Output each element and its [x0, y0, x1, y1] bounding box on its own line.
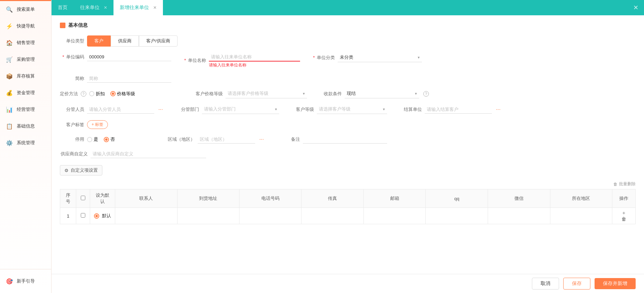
row-pricing: 定价方法 ? 折扣 价格等级 客户价格等级 请选择客户 [60, 89, 636, 98]
short-name-input[interactable] [87, 74, 171, 83]
cell-phone[interactable] [239, 208, 301, 224]
cell-region[interactable] [550, 208, 612, 224]
col-checkbox[interactable] [76, 189, 90, 208]
batch-delete-icon: 🗑 [613, 182, 618, 187]
address-input[interactable] [181, 213, 236, 219]
phone-input[interactable] [243, 213, 298, 219]
unit-name-input[interactable] [209, 53, 300, 62]
cell-wechat[interactable] [488, 208, 550, 224]
tab-home[interactable]: 首页 [52, 0, 74, 15]
tab-partner-close[interactable]: ✕ [104, 5, 107, 10]
cell-qq[interactable] [426, 208, 488, 224]
wechat-input[interactable] [492, 213, 546, 219]
cell-default-radio[interactable]: 默认 [94, 213, 111, 219]
customer-price-level-select[interactable]: 请选择客户价格等级 ▾ [226, 89, 307, 98]
radio-disabled-yes[interactable]: 是 [87, 136, 98, 143]
type-btn-customer[interactable]: 客户 [87, 35, 111, 47]
sidebar-item-basic[interactable]: 📋 基础信息 [0, 118, 51, 135]
tab-new-partner-close[interactable]: ✕ [153, 5, 157, 10]
customer-tag-label: 客户标签 [60, 122, 84, 128]
disabled-label: 停用 [60, 136, 84, 143]
department-select[interactable]: 请输入分管部门 ▾ [202, 105, 279, 114]
table-header-row: 序号 设为默认 联系人 到货地址 电话号码 传真 邮箱 qq 微信 所在地区 操… [60, 189, 636, 208]
save-button[interactable]: 保存 [563, 278, 590, 290]
cell-default[interactable]: 默认 [90, 208, 115, 224]
cell-address[interactable] [177, 208, 239, 224]
sidebar-item-guide[interactable]: 🎯 新手引导 [0, 273, 51, 290]
manager-more-btn[interactable]: ··· [157, 106, 164, 113]
fax-input[interactable] [305, 213, 360, 219]
type-btn-supplier[interactable]: 供应商 [111, 35, 139, 47]
customer-price-level-placeholder: 请选择客户价格等级 [228, 90, 268, 97]
qq-input[interactable] [429, 213, 484, 219]
disabled-radio-group: 是 否 [87, 136, 115, 143]
unit-code-input[interactable] [87, 53, 171, 61]
sidebar-item-system[interactable]: ⚙️ 系统管理 [0, 135, 51, 151]
cell-checkbox[interactable] [76, 208, 90, 224]
radio-disabled-no[interactable]: 否 [104, 136, 115, 143]
delete-row-btn[interactable]: 🗑 [620, 215, 628, 222]
cancel-button[interactable]: 取消 [532, 278, 559, 290]
radio-price-level-label: 价格等级 [117, 91, 135, 97]
sidebar-item-operations[interactable]: 📊 经营管理 [0, 101, 51, 118]
sidebar-item-search[interactable]: 🔍 搜索菜单 [0, 1, 51, 18]
payment-terms-select[interactable]: 现结 ▾ [345, 89, 419, 98]
header-checkbox[interactable] [81, 196, 85, 200]
sidebar-item-purchase[interactable]: 🛒 采购管理 [0, 51, 51, 68]
manager-input[interactable] [87, 105, 154, 114]
custom-settings-button[interactable]: ⚙ 自定义项设置 [60, 165, 102, 176]
sidebar-item-finance[interactable]: 💰 资金管理 [0, 84, 51, 101]
sidebar-item-quick-nav[interactable]: ⚡ 快捷导航 [0, 18, 51, 34]
radio-disabled-yes-circle [87, 137, 92, 142]
region-input[interactable] [198, 135, 255, 144]
row-checkbox[interactable] [81, 213, 85, 218]
settlement-unit-more-btn[interactable]: ··· [495, 106, 502, 113]
default-radio-circle [94, 213, 99, 219]
customer-level-select[interactable]: 请选择客户等级 ▾ [317, 105, 387, 114]
field-manager: 分管人员 ··· [60, 105, 164, 114]
cell-contact[interactable] [115, 208, 177, 224]
supplier-custom-input[interactable] [91, 150, 206, 158]
quick-nav-icon: ⚡ [6, 22, 13, 30]
field-supplier-custom: 供应商自定义 [60, 150, 206, 158]
row-customer-tag: 客户标签 + 标签 [60, 120, 636, 129]
sidebar-item-inventory[interactable]: 📦 库存核算 [0, 68, 51, 84]
pricing-method-label: 定价方法 ? [60, 91, 86, 97]
save-new-button[interactable]: 保存并新增 [595, 278, 636, 289]
sidebar-item-sales[interactable]: 🏠 销售管理 [0, 34, 51, 51]
settlement-unit-input[interactable] [425, 105, 492, 114]
cell-email[interactable] [363, 208, 425, 224]
table-region-input[interactable] [554, 213, 608, 219]
unit-name-input-box: 请输入往来单位名称 [209, 53, 300, 68]
email-input[interactable] [367, 213, 422, 219]
payment-terms-tooltip[interactable]: ? [423, 91, 429, 97]
add-tag-button[interactable]: + 标签 [87, 120, 108, 129]
unit-category-select[interactable]: 未分类 ▾ [338, 53, 422, 62]
settlement-unit-label: 结算单位 [398, 106, 422, 113]
type-btn-both[interactable]: 客户/供应商 [139, 35, 178, 47]
contact-input[interactable] [119, 213, 173, 219]
tab-partner[interactable]: 往来单位 ✕ [74, 0, 113, 15]
add-row-btn[interactable]: ＋ [620, 209, 628, 216]
remark-input[interactable] [303, 135, 387, 144]
tab-bar-close[interactable]: ✕ [633, 4, 644, 11]
tab-new-partner[interactable]: 新增往来单位 ✕ [113, 0, 163, 15]
inventory-icon: 📦 [6, 72, 13, 80]
radio-discount[interactable]: 折扣 [89, 91, 105, 97]
field-customer-price-level: 客户价格等级 请选择客户价格等级 ▾ [196, 89, 307, 98]
search-icon: 🔍 [6, 6, 13, 13]
row-short-name: 简称 [60, 74, 636, 83]
pricing-method-tooltip[interactable]: ? [81, 91, 86, 97]
cell-fax[interactable] [301, 208, 363, 224]
table-section: ⚙ 自定义项设置 🗑 批量删除 序号 设为默认 联系人 [60, 165, 636, 224]
default-radio-label: 默认 [102, 213, 111, 219]
guide-icon: 🎯 [6, 277, 13, 285]
batch-delete-button[interactable]: 🗑 批量删除 [613, 181, 636, 187]
radio-price-level[interactable]: 价格等级 [110, 91, 135, 97]
unit-code-label: * 单位编码 [60, 54, 84, 60]
department-placeholder: 请输入分管部门 [204, 106, 236, 112]
table-body: 1 默认 [60, 208, 636, 224]
customer-level-label: 客户等级 [290, 106, 314, 113]
custom-settings-label: 自定义项设置 [71, 167, 98, 173]
region-more-btn[interactable]: ··· [258, 136, 265, 143]
